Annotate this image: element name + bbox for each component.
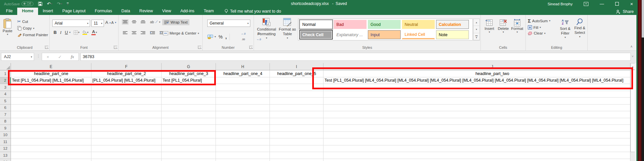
grow-font-button[interactable]: A▴ xyxy=(105,20,111,25)
borders-dropdown-icon[interactable]: ▾ xyxy=(78,31,79,34)
cell-J10[interactable] xyxy=(323,132,630,139)
decrease-indent-button[interactable] xyxy=(149,30,156,36)
orientation-button[interactable]: ab⟋▾ xyxy=(150,20,160,24)
cell-I12[interactable] xyxy=(270,145,323,152)
font-color-dropdown-icon[interactable]: ▾ xyxy=(96,31,97,34)
cell-H12[interactable] xyxy=(216,145,270,152)
ribbon-display-options-button[interactable] xyxy=(584,2,588,6)
maximize-button[interactable] xyxy=(615,2,619,6)
underline-dropdown-icon[interactable]: ▾ xyxy=(69,31,71,34)
cell-H6[interactable] xyxy=(216,105,270,112)
delete-cells-dropdown-icon[interactable]: ▾ xyxy=(503,31,504,34)
format-as-table-button[interactable]: Format as Table ▾ xyxy=(278,18,297,40)
row-header-7[interactable]: 7 xyxy=(0,111,11,118)
cell-E6[interactable] xyxy=(11,105,91,112)
tab-formulas[interactable]: Formulas xyxy=(90,8,117,15)
cell-E13[interactable] xyxy=(11,152,91,159)
formula-input[interactable]: 36783 xyxy=(80,53,631,61)
tab-page-layout[interactable]: Page Layout xyxy=(58,8,90,15)
sort-filter-button[interactable]: AZ Sort & Filter ▾ xyxy=(558,18,573,39)
cell-H4[interactable] xyxy=(216,91,270,98)
cell-I6[interactable] xyxy=(270,105,323,112)
cell-I11[interactable] xyxy=(270,138,323,145)
format-cells-dropdown-icon[interactable]: ▾ xyxy=(517,31,518,34)
cell-J14[interactable] xyxy=(323,159,630,161)
insert-function-button[interactable]: fx xyxy=(71,54,74,59)
styles-scroll-up-button[interactable]: ▲ xyxy=(473,19,479,26)
redo-dropdown-icon[interactable]: ▾ xyxy=(61,3,62,5)
tab-view[interactable]: View xyxy=(158,8,176,15)
cut-button[interactable]: ✂ Cut xyxy=(17,19,48,24)
styles-scroll-down-button[interactable]: ▼ xyxy=(473,26,479,33)
cell-H10[interactable] xyxy=(216,132,270,139)
font-name-combo[interactable]: Arial ▾ xyxy=(52,20,90,27)
clear-button[interactable]: Clear ▾ xyxy=(528,31,550,35)
cell-F9[interactable] xyxy=(91,125,162,132)
cell-E11[interactable] xyxy=(11,138,91,145)
insert-cells-button[interactable]: Insert ▾ xyxy=(483,19,496,34)
row-header-10[interactable]: 10 xyxy=(0,132,11,139)
tab-home[interactable]: Home xyxy=(17,8,38,15)
font-dialog-launcher[interactable]: ↘ xyxy=(114,46,117,49)
cell-style-calculation[interactable]: Calculation xyxy=(436,20,469,29)
cell-I5[interactable] xyxy=(270,98,323,105)
tab-add-ins[interactable]: Add-ins xyxy=(176,8,199,15)
cell-G9[interactable] xyxy=(162,125,216,132)
autosave-toggle[interactable]: AutoSave Off xyxy=(4,2,33,6)
cell-G4[interactable] xyxy=(162,91,216,98)
fill-button[interactable]: Fill ▾ xyxy=(528,25,550,30)
customize-qat-button[interactable]: ━▾ xyxy=(67,2,69,6)
tell-me-box[interactable]: Tell me what you want to do xyxy=(219,8,285,15)
row-header-6[interactable]: 6 xyxy=(0,105,11,112)
cell-I8[interactable] xyxy=(270,118,323,125)
accounting-dropdown-icon[interactable]: ▾ xyxy=(215,35,216,38)
share-button[interactable]: Share xyxy=(616,9,634,14)
cell-G13[interactable] xyxy=(162,152,216,159)
cell-I7[interactable] xyxy=(270,111,323,118)
cell-E12[interactable] xyxy=(11,145,91,152)
row-header-9[interactable]: 9 xyxy=(0,125,11,132)
cell-F8[interactable] xyxy=(91,118,162,125)
row-header-11[interactable]: 11 xyxy=(0,138,11,145)
bold-button[interactable]: B xyxy=(52,30,58,35)
tab-insert[interactable]: Insert xyxy=(38,8,58,15)
font-size-combo[interactable]: 11 ▾ xyxy=(91,20,104,27)
conditional-formatting-dropdown-icon[interactable]: ▾ xyxy=(266,37,267,40)
format-painter-button[interactable]: Format Painter xyxy=(17,33,48,37)
cell-style-explanatory-[interactable]: Explanatory ... xyxy=(334,30,367,39)
number-format-combo[interactable]: General ▾ xyxy=(207,20,250,27)
row-header-5[interactable]: 5 xyxy=(0,98,11,105)
cell-G8[interactable] xyxy=(162,118,216,125)
cell-F6[interactable] xyxy=(91,105,162,112)
comma-style-button[interactable]: , xyxy=(225,34,226,40)
cell-F14[interactable] xyxy=(91,159,162,161)
collapse-ribbon-button[interactable]: ˄ xyxy=(630,45,632,48)
cell-H2[interactable] xyxy=(216,77,270,84)
wrap-text-button[interactable]: Wrap Text xyxy=(162,19,189,25)
find-select-dropdown-icon[interactable]: ▾ xyxy=(579,35,580,38)
tab-review[interactable]: Review xyxy=(135,8,158,15)
tab-file[interactable]: File xyxy=(1,8,17,15)
italic-button[interactable]: I xyxy=(58,30,64,35)
orientation-dropdown-icon[interactable]: ▾ xyxy=(159,21,160,24)
clear-dropdown-icon[interactable]: ▾ xyxy=(544,32,545,35)
cell-J5[interactable] xyxy=(323,98,630,105)
underline-button[interactable]: U xyxy=(64,30,69,35)
cell-F13[interactable] xyxy=(91,152,162,159)
cell-J6[interactable] xyxy=(323,105,630,112)
cell-style-neutral[interactable]: Neutral xyxy=(402,20,435,29)
cell-F12[interactable] xyxy=(91,145,162,152)
cell-J11[interactable] xyxy=(323,138,630,145)
row-header-8[interactable]: 8 xyxy=(0,118,11,125)
percent-style-button[interactable]: % xyxy=(219,34,223,40)
name-box-dropdown-icon[interactable]: ▾ xyxy=(31,55,32,58)
cell-I10[interactable] xyxy=(270,132,323,139)
cell-J12[interactable] xyxy=(323,145,630,152)
row-header-4[interactable]: 4 xyxy=(0,91,11,98)
bottom-align-button[interactable] xyxy=(140,19,146,25)
format-cells-button[interactable]: Format ▾ xyxy=(511,19,524,34)
merge-center-dropdown-icon[interactable]: ▾ xyxy=(198,32,199,35)
cell-H8[interactable] xyxy=(216,118,270,125)
cell-F11[interactable] xyxy=(91,138,162,145)
align-left-button[interactable] xyxy=(122,30,128,36)
